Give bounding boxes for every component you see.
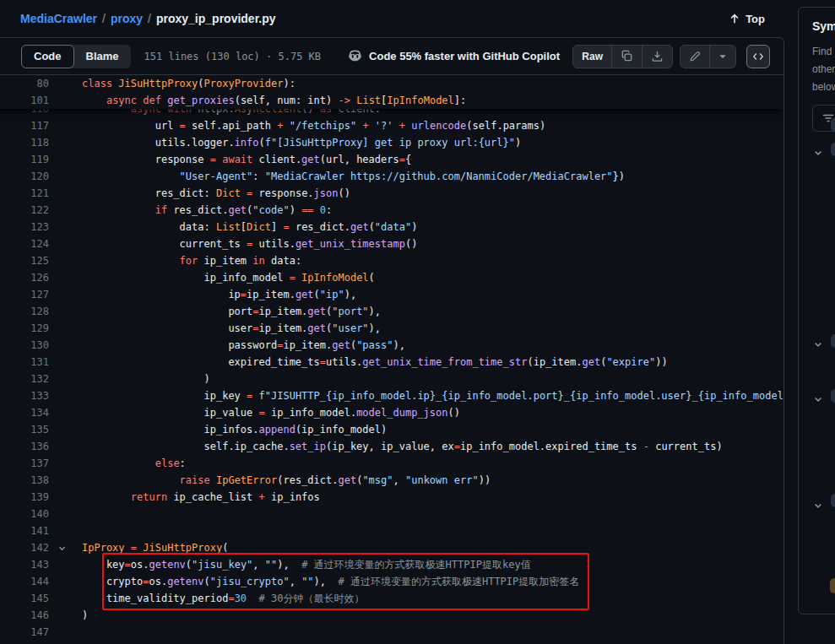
line-number[interactable]: 134 [0, 407, 49, 419]
symbol-expand-chevron-icon[interactable] [813, 146, 823, 161]
code-line: 136 self.ip_cache.set_ip(ip_key, ip_valu… [0, 438, 783, 455]
code-line: 124 current_ts = utils.get_unix_timestam… [0, 235, 783, 252]
line-number[interactable]: 129 [0, 322, 49, 334]
symbol-expand-chevron-icon[interactable] [813, 392, 823, 408]
code-text: "User-Agent": "MediaCrawler https://gith… [82, 168, 625, 185]
line-number[interactable]: 135 [0, 424, 49, 436]
code-text: ) [82, 607, 88, 624]
line-number[interactable]: 125 [0, 255, 49, 267]
code-text: ip_infos.append(ip_info_model) [82, 421, 387, 438]
code-line: 146) [0, 607, 783, 624]
fold-toggle[interactable] [49, 544, 82, 553]
line-number[interactable]: 140 [0, 508, 49, 520]
code-line: 127 ip=ip_item.get("ip"), [0, 286, 783, 303]
symbol-chip[interactable] [831, 118, 835, 132]
code-text: key=os.getenv("jisu_key", ""), # 通过环境变量的… [82, 556, 531, 573]
copy-button[interactable] [612, 46, 643, 68]
breadcrumb-repo-link[interactable]: MediaCrawler [20, 12, 97, 25]
pencil-icon [689, 51, 701, 62]
tab-code[interactable]: Code [21, 45, 74, 68]
code-text: ip_key = f"JISUHTTP_{ip_info_model.ip}_{… [82, 387, 783, 404]
line-number[interactable]: 127 [0, 289, 49, 300]
code-text: response = await client.get(url, headers… [82, 151, 411, 168]
symbol-chip[interactable] [831, 334, 835, 348]
code-text: async def get_proxies(self, num: int) ->… [82, 92, 466, 109]
line-number[interactable]: 146 [0, 609, 49, 621]
symbols-pane-toggle-button[interactable] [746, 45, 770, 68]
line-number[interactable]: 142 [0, 542, 49, 554]
raw-copy-download-group: Raw [572, 45, 673, 68]
code-blame-toggle: Code Blame [21, 45, 131, 68]
code-line: 120 "User-Agent": "MediaCrawler https://… [0, 168, 783, 185]
edit-dropdown-button[interactable] [710, 46, 735, 68]
line-number[interactable]: 133 [0, 390, 49, 402]
download-button[interactable] [643, 46, 672, 68]
copy-icon [621, 50, 633, 62]
breadcrumb-separator: / [102, 12, 106, 25]
line-number[interactable]: 137 [0, 457, 49, 469]
line-number[interactable]: 126 [0, 272, 49, 284]
line-number[interactable]: 144 [0, 576, 49, 587]
code-text: password=ip_item.get("pass"), [82, 337, 405, 354]
breadcrumb-filename: proxy_ip_provider.py [156, 12, 276, 25]
line-number[interactable]: 143 [0, 559, 49, 571]
tab-blame[interactable]: Blame [74, 45, 131, 68]
code-text: ip_value = ip_info_model.model_dump_json… [82, 404, 460, 421]
raw-button[interactable]: Raw [573, 46, 612, 68]
line-number[interactable]: 124 [0, 238, 49, 250]
line-number[interactable]: 141 [0, 525, 49, 537]
code-line: 139 return ip_cache_list + ip_infos [0, 489, 783, 506]
back-to-top-link[interactable]: Top [729, 13, 765, 25]
code-text: ) [82, 371, 210, 387]
copilot-icon [348, 49, 362, 63]
code-line: 135 ip_infos.append(ip_info_model) [0, 421, 783, 438]
code-line: 128 port=ip_item.get("port"), [0, 303, 783, 320]
code-text: expired_time_ts=utils.get_unix_time_from… [82, 354, 668, 371]
line-number[interactable]: 118 [0, 137, 49, 149]
file-stats: 151 lines (130 loc) · 5.75 KB [144, 51, 322, 62]
symbol-expand-chevron-icon[interactable] [813, 499, 823, 514]
code-area: 116 async with httpx.AsyncClient() as cl… [0, 75, 783, 644]
edit-button[interactable] [680, 46, 710, 68]
collapse-chevron-icon [57, 544, 67, 553]
breadcrumb-folder-link[interactable]: proxy [111, 12, 143, 25]
line-number[interactable]: 147 [0, 626, 49, 638]
code-text: res_dict: Dict = response.json() [82, 185, 350, 202]
line-number[interactable]: 122 [0, 204, 49, 216]
edit-group [680, 45, 736, 68]
code-text: class JiSuHttpProxy(ProxyProvider): [82, 75, 296, 92]
line-number[interactable]: 138 [0, 474, 49, 486]
symbols-panel-title: Symbols [812, 19, 835, 33]
symbol-expand-chevron-icon[interactable] [813, 338, 823, 353]
code-line: 140 [0, 506, 783, 522]
code-text: IpProxy = JiSuHttpProxy( [82, 539, 228, 556]
line-number[interactable]: 128 [0, 306, 49, 317]
symbols-panel-description: Find definitions and references for func… [812, 43, 835, 96]
copilot-banner-text: Code 55% faster with GitHub Copilot [369, 50, 560, 62]
copilot-banner[interactable]: Code 55% faster with GitHub Copilot [348, 49, 560, 63]
line-number[interactable]: 101 [0, 95, 49, 106]
code-line: 130 password=ip_item.get("pass"), [0, 337, 783, 354]
line-number[interactable]: 120 [0, 170, 49, 182]
line-number[interactable]: 131 [0, 356, 49, 368]
line-number[interactable]: 145 [0, 593, 49, 604]
line-number[interactable]: 139 [0, 491, 49, 503]
code-line: 131 expired_time_ts=utils.get_unix_time_… [0, 354, 783, 371]
symbol-chip-highlighted[interactable] [830, 578, 835, 593]
code-text: ip=ip_item.get("ip"), [82, 286, 356, 303]
code-line: 132 ) [0, 371, 783, 387]
line-number[interactable]: 117 [0, 120, 49, 132]
line-number[interactable]: 80 [0, 78, 49, 89]
line-number[interactable]: 136 [0, 441, 49, 452]
line-number[interactable]: 119 [0, 154, 49, 165]
line-number[interactable]: 123 [0, 221, 49, 233]
symbol-chip[interactable] [831, 494, 835, 507]
chevron-down-icon [718, 52, 727, 61]
line-number[interactable]: 121 [0, 187, 49, 199]
line-number[interactable]: 132 [0, 373, 49, 385]
line-number[interactable]: 130 [0, 339, 49, 351]
download-icon [651, 50, 664, 62]
symbol-chip[interactable] [831, 389, 835, 403]
code-line: 137 else: [0, 455, 783, 472]
symbol-chip[interactable] [831, 143, 835, 156]
